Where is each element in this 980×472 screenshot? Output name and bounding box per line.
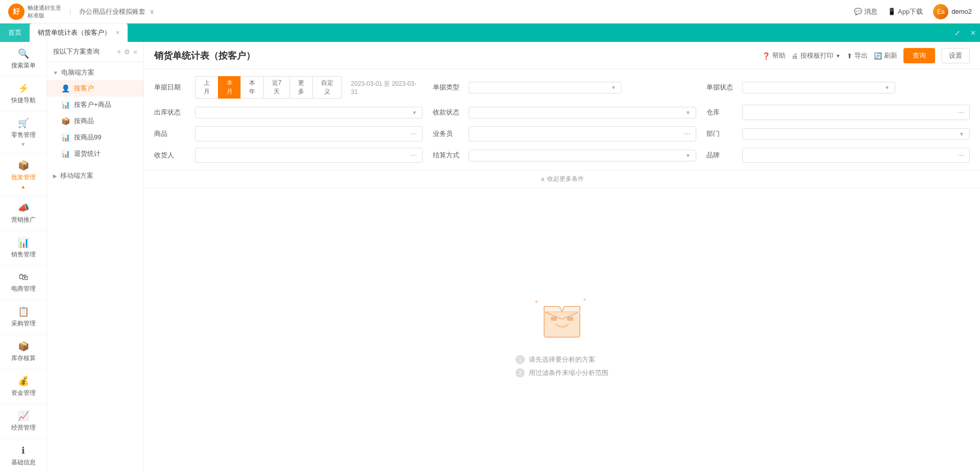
query-button[interactable]: 查询 (903, 48, 935, 63)
tree-group-mobile: ▶ 移动端方案 (47, 165, 143, 186)
sales-stat-tab-label: 销货单统计表（按客户） (38, 28, 111, 37)
sidebar-item-search[interactable]: 🔍 搜索菜单 (0, 42, 46, 77)
content-area: 销货单统计表（按客户） ❓ 帮助 🖨 按模板打印 ▼ ⬆ 导出 🔄 刷新 (144, 42, 980, 472)
settings-button[interactable]: 设置 (941, 48, 970, 63)
tree-item-by-goods[interactable]: 📦 按商品 (47, 113, 143, 129)
filter-row-2: 出库状态 ▼ 收款状态 ▼ 仓库 (154, 105, 970, 120)
help-button[interactable]: ❓ 帮助 (762, 51, 786, 60)
settlement-arrow-icon: ▼ (685, 153, 691, 158)
sidebar-item-ecommerce[interactable]: 🛍 电商管理 (0, 266, 46, 300)
tree-group-pc-label: 电脑端方案 (61, 68, 94, 77)
export-button[interactable]: ⬆ 导出 (847, 51, 868, 60)
tab-close-button[interactable]: × (116, 29, 119, 36)
inventory-icon: 📦 (18, 341, 29, 352)
delivery-status-control: ▼ (195, 107, 423, 119)
tab-maximize-button[interactable]: ⤢ (948, 29, 966, 37)
refresh-icon: 🔄 (874, 52, 882, 60)
doc-status-filter-label: 单据状态 (696, 83, 742, 92)
sidebar-item-inventory[interactable]: 📦 库存核算 (0, 335, 46, 369)
tab-close-window[interactable]: ✕ (966, 29, 980, 37)
filter-area: 单据日期 上月 本月 本年 近7天 更多 自定义 2023-03-01 至 20… (144, 69, 980, 170)
page-header: 销货单统计表（按客户） ❓ 帮助 🖨 按模板打印 ▼ ⬆ 导出 🔄 刷新 (144, 42, 980, 69)
consignee-dots-icon[interactable]: ··· (410, 151, 417, 160)
salesman-input[interactable]: ··· (469, 126, 696, 141)
date-quick-buttons: 上月 本月 本年 近7天 更多 自定义 (195, 76, 342, 99)
date-custom-btn[interactable]: 自定义 (312, 76, 342, 99)
salesman-dots-icon[interactable]: ··· (684, 129, 691, 138)
doc-type-select[interactable]: ▼ (469, 82, 622, 93)
tree-item-return-stat[interactable]: 📊 退货统计 (47, 146, 143, 162)
app-download-button[interactable]: 📱 App下载 (888, 7, 923, 16)
date-this-month-btn[interactable]: 本月 (218, 76, 241, 99)
refresh-button[interactable]: 🔄 刷新 (874, 51, 897, 60)
brand-dots-icon[interactable]: ··· (958, 151, 964, 160)
warehouse-control: ··· (742, 105, 970, 120)
message-button[interactable]: 💬 消息 (854, 7, 877, 16)
consignee-input[interactable]: ··· (195, 148, 423, 163)
date-last-month-btn[interactable]: 上月 (195, 76, 218, 99)
settlement-select[interactable]: ▼ (469, 150, 696, 161)
tree-header-mobile[interactable]: ▶ 移动端方案 (47, 168, 143, 183)
goods-label: 商品 (154, 129, 195, 138)
department-control: ▼ (742, 128, 970, 140)
doc-status-select[interactable]: ▼ (742, 82, 895, 93)
sidebar-item-quicknav[interactable]: ⚡ 快捷导航 (0, 77, 46, 111)
sidebar-sales-label: 销售管理 (11, 250, 36, 259)
filter-row-1: 单据日期 上月 本月 本年 近7天 更多 自定义 2023-03-01 至 20… (154, 76, 970, 99)
tree-item-by-goods99[interactable]: 📊 按商品99 (47, 129, 143, 146)
tree-item-by-customer-goods[interactable]: 📊 按客户+商品 (47, 97, 143, 113)
collection-status-label: 收款状态 (423, 108, 469, 117)
user-menu[interactable]: Ea demo2 (933, 4, 972, 19)
marketing-icon: 📣 (18, 202, 29, 214)
sidebar-item-retail[interactable]: 🛒 零售管理 ▼ (0, 111, 46, 154)
warehouse-label: 仓库 (696, 108, 742, 117)
panel-collapse-button[interactable]: « (133, 48, 137, 56)
sidebar-basic-info-label: 基础信息 (11, 458, 36, 467)
sidebar-purchase-label: 采购管理 (11, 319, 36, 328)
purchase-icon: 📋 (18, 306, 29, 317)
collapse-bar[interactable]: ∧ 收起更多条件 (144, 170, 980, 187)
panel-add-button[interactable]: + (117, 48, 121, 56)
tip-num-1: 1 (516, 355, 525, 364)
template-print-button[interactable]: 🖨 按模板打印 ▼ (792, 51, 841, 60)
tree-item-by-customer-label: 按客户 (74, 84, 94, 93)
sidebar-item-finance[interactable]: 💰 资金管理 (0, 369, 46, 404)
goods-input[interactable]: ··· (195, 126, 423, 141)
user-name: demo2 (951, 8, 972, 15)
tip-text-1: 请先选择要分析的方案 (529, 355, 595, 364)
warehouse-input[interactable]: ··· (742, 105, 970, 120)
sidebar-item-basic-info[interactable]: ℹ 基础信息 (0, 439, 46, 472)
date-more-btn[interactable]: 更多 (289, 76, 312, 99)
tree-header-pc[interactable]: ▼ 电脑端方案 (47, 65, 143, 80)
download-icon: 📱 (888, 8, 896, 15)
tree-group-mobile-label: 移动端方案 (60, 171, 93, 180)
brand-input[interactable]: ··· (742, 148, 970, 163)
svg-text:✦: ✦ (582, 297, 586, 302)
date-7days-btn[interactable]: 近7天 (263, 76, 289, 99)
message-label: 消息 (864, 7, 877, 16)
sidebar-item-wholesale[interactable]: 📦 批发管理 ▲ (0, 154, 46, 196)
export-icon: ⬆ (847, 52, 852, 60)
goods-dots-icon[interactable]: ··· (410, 129, 417, 138)
panel-settings-button[interactable]: ⚙ (124, 48, 130, 56)
sidebar: 🔍 搜索菜单 ⚡ 快捷导航 🛒 零售管理 ▼ 📦 批发管理 ▲ 📣 营销推广 📊… (0, 42, 47, 472)
customer-goods-icon: 📊 (61, 101, 70, 109)
delivery-arrow-icon: ▼ (412, 110, 417, 115)
tab-home[interactable]: 首页 (0, 23, 30, 42)
page-actions: ❓ 帮助 🖨 按模板打印 ▼ ⬆ 导出 🔄 刷新 查询 设置 (762, 48, 970, 63)
sidebar-item-marketing[interactable]: 📣 营销推广 (0, 196, 46, 231)
logo-text: 畅捷通好生意 标准版 (28, 4, 61, 19)
date-this-year-btn[interactable]: 本年 (240, 76, 263, 99)
basic-info-icon: ℹ (21, 445, 25, 456)
sidebar-item-management[interactable]: 📈 经营管理 (0, 404, 46, 439)
tab-sales-stat[interactable]: 销货单统计表（按客户） × (30, 23, 128, 42)
empty-state: ✦ ✦ ✦ 1 请先选择要分析的方案 2 用过滤条件来缩小分析范围 (144, 188, 980, 472)
warehouse-dots-icon[interactable]: ··· (958, 108, 964, 117)
sidebar-item-purchase[interactable]: 📋 采购管理 (0, 300, 46, 335)
tree-item-by-customer[interactable]: 👤 按客户 (47, 80, 143, 97)
tree-item-return-stat-label: 退货统计 (74, 149, 101, 158)
sidebar-item-sales[interactable]: 📊 销售管理 (0, 231, 46, 266)
department-select[interactable]: ▼ (742, 128, 970, 140)
delivery-status-select[interactable]: ▼ (195, 107, 423, 119)
collection-status-select[interactable]: ▼ (469, 107, 696, 119)
